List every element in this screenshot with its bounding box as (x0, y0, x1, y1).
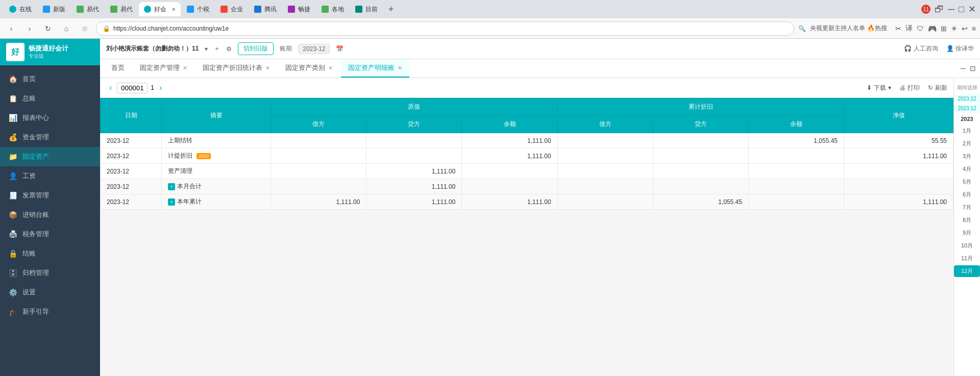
tab-minimize-icon[interactable]: ─ (961, 64, 966, 72)
tab-fixed-assets-mgmt[interactable]: 固定资产管理 ✕ (133, 59, 194, 78)
browser-tab-gedi[interactable]: 各地 (316, 2, 349, 16)
period-month-7[interactable]: 7月 (954, 202, 980, 213)
translate-icon[interactable]: 译 (905, 24, 913, 33)
period-month-8[interactable]: 8月 (954, 214, 980, 226)
col-header-acc-balance: 余额 (748, 116, 844, 133)
cell-date: 2023-12 (101, 179, 162, 194)
page-number-input[interactable] (117, 83, 148, 93)
sidebar-item-payroll[interactable]: 👤 工资 (0, 166, 100, 186)
close-period-icon: 🔒 (8, 249, 17, 258)
maximize-btn[interactable]: □ (959, 4, 964, 15)
col-header-date: 日期 (101, 98, 162, 133)
invoice-icon: 🧾 (8, 191, 17, 200)
table-row: 2023-12 资产清理 1,111.00 (101, 164, 953, 179)
browser-tab-haokuai[interactable]: 好会 ✕ (139, 2, 181, 16)
col-header-original-value: 原值 (271, 98, 557, 116)
grid-icon[interactable]: ⊞ (941, 24, 947, 33)
browser-tab-online[interactable]: 在线 (4, 2, 37, 16)
reload-btn[interactable]: ↻ (41, 21, 55, 36)
period-month-5[interactable]: 5月 (954, 176, 980, 188)
period-month-6[interactable]: 6月 (954, 189, 980, 200)
tab-close-detail-ledger[interactable]: ✕ (398, 65, 402, 71)
sidebar-item-inout[interactable]: 📦 进销台账 (0, 205, 100, 224)
undo-icon[interactable]: ↩ (962, 24, 968, 33)
period-month-10[interactable]: 10月 (954, 240, 980, 252)
sidebar-item-ledger[interactable]: 📋 总账 (0, 89, 100, 108)
cell-acc-debit (557, 194, 653, 210)
sidebar-item-settings[interactable]: ⚙️ 设置 (0, 283, 100, 302)
browser-tab-yidai1[interactable]: 易代 (71, 2, 104, 16)
tab-depreciation-stats[interactable]: 固定资产折旧统计表 ✕ (195, 59, 277, 78)
period-month-11[interactable]: 11月 (954, 253, 980, 264)
sidebar-item-home[interactable]: 🏠 首页 (0, 69, 100, 89)
restore-window-btn[interactable]: 🗗 (935, 4, 944, 15)
period-month-9[interactable]: 9月 (954, 227, 980, 239)
settings-gear-icon[interactable]: ⚙ (226, 45, 232, 53)
tab-close-fixed-mgmt[interactable]: ✕ (183, 65, 187, 71)
tab-fixed-detail-ledger[interactable]: 固定资产明细账 ✕ (341, 59, 409, 78)
user-profile-btn[interactable]: 👤 徐译华 (946, 44, 974, 53)
cell-acc-balance (748, 179, 844, 194)
tab-close-depreciation[interactable]: ✕ (265, 65, 270, 71)
forward-btn[interactable]: › (22, 21, 37, 36)
cell-date: 2023-12 (101, 194, 162, 210)
back-btn[interactable]: ‹ (4, 21, 18, 36)
browser-tab-yidai2[interactable]: 易代 (105, 2, 138, 16)
browser-tab-geshui[interactable]: 个税 (182, 2, 214, 16)
tab-close-category[interactable]: ✕ (328, 65, 333, 71)
fixed-assets-icon: 📁 (8, 152, 17, 161)
period-month-1[interactable]: 1月 (954, 125, 980, 137)
cell-orig-credit (366, 148, 462, 164)
bookmark-btn[interactable]: ☆ (78, 21, 92, 36)
col-header-orig-debit: 借方 (271, 116, 366, 133)
switch-version-btn[interactable]: 切到旧版 (238, 42, 274, 55)
scissors-icon[interactable]: ✂ (895, 24, 901, 33)
prev-page-btn[interactable]: ‹ (106, 82, 115, 93)
close-window-btn[interactable]: ✕ (968, 4, 976, 15)
next-page-btn[interactable]: › (156, 82, 165, 93)
sidebar-item-guide[interactable]: 🎓 新手引导 (0, 302, 100, 321)
sidebar-item-close[interactable]: 🔒 结账 (0, 244, 100, 263)
browser-tab-changjie[interactable]: 畅捷 (283, 2, 315, 16)
print-btn[interactable]: 🖨 打印 (899, 84, 920, 92)
minimize-btn[interactable]: ─ (948, 4, 954, 15)
cell-acc-debit (557, 164, 653, 179)
col-header-net-value: 净值 (844, 98, 953, 133)
browser-tab-miqian[interactable]: 目前 (350, 2, 383, 16)
cell-orig-debit (271, 164, 366, 179)
game-icon[interactable]: 🎮 (928, 24, 937, 33)
tab-home[interactable]: 首页 (104, 59, 132, 78)
sidebar-item-report[interactable]: 📊 报表中心 (0, 108, 100, 128)
settings-icon: ⚙️ (8, 288, 17, 297)
download-chevron-icon: ▾ (888, 84, 891, 91)
browser-tab-tencent[interactable]: 腾讯 (249, 2, 282, 16)
refresh-btn[interactable]: ↻ 刷新 (928, 84, 947, 92)
shield-icon[interactable]: 🛡 (917, 24, 924, 33)
tab-fixed-category[interactable]: 固定资产类别 ✕ (278, 59, 340, 78)
brightness-icon[interactable]: ☀ (951, 24, 958, 33)
add-account-btn[interactable]: ＋ (214, 44, 220, 53)
period-month-4[interactable]: 4月 (954, 163, 980, 175)
sidebar-item-archive[interactable]: 🗄️ 归档管理 (0, 263, 100, 283)
sidebar-item-invoice[interactable]: 🧾 发票管理 (0, 186, 100, 205)
download-btn[interactable]: ⬇ 下载 ▾ (867, 84, 891, 92)
browser-tab-new[interactable]: 新版 (38, 2, 70, 16)
period-edit-icon[interactable]: 📅 (336, 45, 344, 53)
period-month-12[interactable]: 12月 (954, 265, 980, 277)
col-header-summary: 摘要 (162, 98, 271, 133)
sidebar-item-fixed-assets[interactable]: 📁 固定资产 (0, 147, 100, 166)
new-tab-button[interactable]: + (384, 2, 398, 16)
home-btn[interactable]: ⌂ (59, 21, 74, 36)
service-btn[interactable]: 🎧 人工咨询 (904, 44, 938, 53)
tab-close-haokuai[interactable]: ✕ (172, 7, 176, 12)
funds-icon: 💰 (8, 133, 17, 142)
period-month-2[interactable]: 2月 (954, 138, 980, 149)
inout-icon: 📦 (8, 210, 17, 219)
menu-icon[interactable]: ≡ (972, 24, 976, 33)
sidebar-item-tax[interactable]: 🖨️ 税务管理 (0, 224, 100, 244)
sidebar-item-funds[interactable]: 💰 资金管理 (0, 128, 100, 147)
tab-maximize-icon[interactable]: ⊡ (970, 64, 976, 72)
browser-tab-qiye[interactable]: 企业 (215, 2, 248, 16)
url-input[interactable]: 🔒 https://cloud.chanjet.com/accounting/u… (96, 21, 794, 36)
period-month-3[interactable]: 3月 (954, 151, 980, 162)
